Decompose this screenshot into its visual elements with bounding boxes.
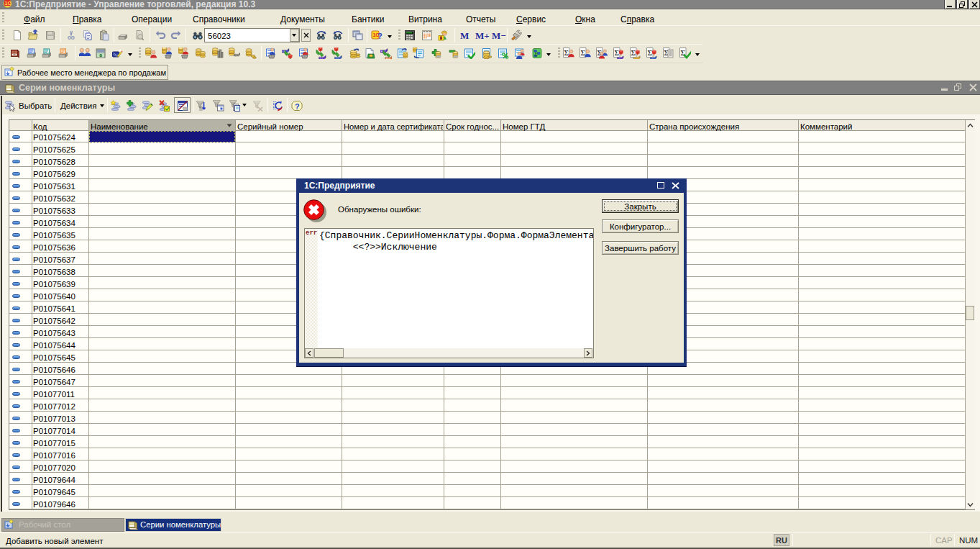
svg-text:1С: 1С bbox=[5, 1, 12, 6]
svg-text:?: ? bbox=[295, 102, 300, 111]
svg-text:?: ? bbox=[377, 32, 383, 40]
svg-text:$: $ bbox=[100, 53, 102, 58]
